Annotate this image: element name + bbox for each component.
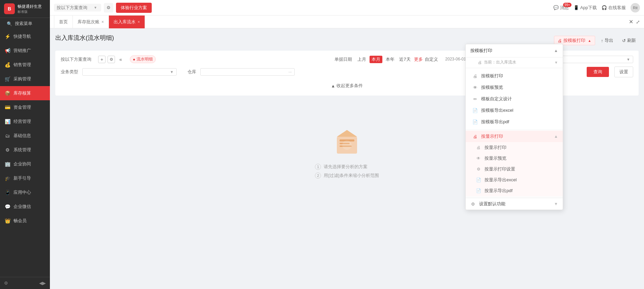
display-section-arrow: ▲	[554, 134, 558, 139]
export-button[interactable]: ↑ 导出	[598, 36, 616, 45]
sidebar-item-finance[interactable]: 💳 资金管理	[0, 100, 50, 114]
template-custom-icon: ✏	[472, 96, 478, 102]
empty-illustration	[330, 127, 364, 157]
nav-icon-marketing: 📢	[4, 47, 11, 54]
search-input-wrap[interactable]: ▼	[54, 4, 101, 11]
warehouse-select[interactable]: ···	[200, 68, 295, 76]
sidebar-item-purchase[interactable]: 🛒 采购管理	[0, 72, 50, 86]
gear-button[interactable]: ⚙	[104, 3, 113, 12]
divider-3	[466, 197, 563, 197]
warehouse-more-icon: ···	[289, 70, 292, 74]
sidebar-item-enterprise[interactable]: 🏢 企业协同	[0, 157, 50, 171]
topbar-right: 💬 消息 99+ 📱 App下载 🎧 在线客服 Rit	[553, 3, 640, 12]
display-export-pdf-item[interactable]: 📄 按显示导出pdf	[466, 185, 563, 196]
filter-tags: ● 流水明细	[130, 55, 156, 63]
chevron-up-icon: ▲	[331, 83, 335, 88]
template-print-item[interactable]: 🖨 按模板打印	[466, 70, 563, 82]
tabbar: 首页 库存批次账 × 出入库流水 × ✕ ⤢	[50, 16, 644, 28]
app-download-button[interactable]: 📱 App下载	[574, 5, 597, 11]
online-service-button[interactable]: 🎧 在线客服	[602, 5, 626, 11]
sidebar-item-marketing[interactable]: 📢 营销推广	[0, 44, 50, 58]
user-avatar[interactable]: Rit	[631, 3, 640, 12]
sidebar-item-operations[interactable]: 📊 经营管理	[0, 114, 50, 129]
logo-area: B 畅捷通好生意 标准版	[0, 0, 50, 18]
svg-point-5	[342, 140, 352, 150]
filter-tag-flow[interactable]: ● 流水明细	[130, 55, 156, 63]
sidebar-item-quick-nav[interactable]: ⚡ 快捷导航	[0, 29, 50, 44]
sidebar-collapse-btn[interactable]: ◀▶	[39, 281, 46, 286]
nav-icon-quick: ⚡	[4, 33, 11, 40]
date-opt-more[interactable]: 更多	[414, 56, 423, 62]
refresh-button[interactable]: ↺ 刷新	[619, 36, 639, 45]
print-chevron-up-icon: ▲	[588, 39, 591, 43]
dropdown-header: 按模板打印 ▲	[466, 44, 563, 57]
nav-icon-basic: 🗂	[4, 132, 11, 139]
headset-icon: 🎧	[602, 5, 607, 10]
refresh-icon: ↺	[622, 38, 626, 43]
nav-icon-sales: 💰	[4, 61, 11, 68]
tab-batch[interactable]: 库存批次账 ×	[73, 16, 109, 28]
sidebar-footer: ⚙ ◀▶	[0, 277, 50, 289]
divider-1	[466, 68, 563, 68]
biz-type-select[interactable]: ▼	[82, 68, 177, 76]
tab-flow-close[interactable]: ×	[138, 20, 140, 24]
nav-icon-wechat: 💬	[4, 203, 11, 210]
template-export-pdf-item[interactable]: 📄 按模板导出pdf	[466, 116, 563, 128]
sidebar-item-wechat[interactable]: 💬 企业微信	[0, 200, 50, 214]
display-preview-icon: 👁	[476, 156, 481, 161]
phone-icon: 📱	[574, 5, 579, 10]
filter-settings-btn[interactable]: 设置	[614, 67, 633, 77]
template-preview-item[interactable]: 👁 按模板预览	[466, 82, 563, 93]
filter-add-button[interactable]: +	[98, 56, 106, 63]
tabbar-close-button[interactable]: ✕	[629, 19, 633, 25]
filter-collapse-button[interactable]: «	[117, 56, 124, 63]
tab-batch-close[interactable]: ×	[101, 20, 104, 24]
sidebar-search-menu[interactable]: 🔍 搜索菜单	[0, 18, 50, 29]
nav-icon-operations: 📊	[4, 118, 11, 125]
message-button[interactable]: 💬 消息 99+	[553, 5, 569, 11]
template-export-excel-item[interactable]: 📄 按模板导出excel	[466, 105, 563, 116]
sidebar-item-member[interactable]: 👑 畅会员	[0, 214, 50, 228]
date-opt-this-month[interactable]: 本月	[370, 56, 382, 63]
search-button[interactable]: 查询	[587, 67, 609, 77]
tabbar-expand-button[interactable]: ⤢	[636, 19, 640, 25]
display-print-section-header[interactable]: 🖨 按显示打印 ▲	[466, 131, 563, 142]
topbar-search-input[interactable]	[57, 5, 94, 10]
template-custom-item[interactable]: ✏ 模板自定义设计	[466, 93, 563, 105]
sidebar-item-guide[interactable]: 🎓 新手引导	[0, 171, 50, 185]
tab-home[interactable]: 首页	[54, 16, 73, 28]
search-chevron-icon: ▼	[94, 6, 97, 9]
sidebar-item-apps[interactable]: 📱 应用中心	[0, 185, 50, 200]
industry-solution-button[interactable]: 体验行业方案	[116, 3, 152, 13]
tab-flow[interactable]: 出入库流水 ×	[109, 16, 145, 28]
nav-icon-inventory: 📦	[4, 90, 11, 97]
display-print-item[interactable]: 🖨 按显示打印	[466, 142, 563, 153]
date-opt-custom[interactable]: 自定义	[425, 56, 438, 62]
date-opt-this-year[interactable]: 本年	[384, 56, 396, 63]
sidebar-item-inventory[interactable]: 📦 库存核算	[0, 86, 50, 100]
biz-type-label: 业务类型	[61, 69, 78, 75]
current-label: 当前：出入库流水	[484, 59, 516, 65]
dropdown-collapse-icon[interactable]: ▲	[554, 48, 558, 53]
display-print-settings-item[interactable]: ⚙ 按显示打印设置	[466, 164, 563, 175]
display-export-excel-item[interactable]: 📄 按显示导出excel	[466, 175, 563, 185]
nav-icon-purchase: 🛒	[4, 76, 11, 82]
display-preview-item[interactable]: 👁 按显示预览	[466, 153, 563, 164]
dropdown-current-row: 🖨 当前：出入库流水 ▼	[466, 57, 563, 67]
template-pdf-icon: 📄	[472, 119, 478, 125]
sidebar-item-basic-info[interactable]: 🗂 基础信息	[0, 129, 50, 143]
date-opt-last-7days[interactable]: 近7天	[398, 56, 412, 63]
sidebar-item-sales[interactable]: 💰 销售管理	[0, 58, 50, 72]
date-opt-last-month[interactable]: 上月	[356, 56, 368, 63]
footer-arrow-icon: ▼	[554, 202, 558, 206]
printer-icon: 🖨	[558, 38, 562, 43]
sidebar-settings-btn[interactable]: ⚙	[4, 281, 8, 286]
logo-text: 畅捷通好生意 标准版	[18, 4, 42, 14]
sidebar-nav: ⚡ 快捷导航 📢 营销推广 💰 销售管理 🛒 采购管理 📦 库存核算 💳 资金管…	[0, 29, 50, 277]
filter-settings-button[interactable]: ⚙	[108, 56, 115, 63]
sidebar-item-system[interactable]: ⚙ 系统管理	[0, 143, 50, 157]
svg-marker-4	[337, 130, 357, 137]
set-default-button[interactable]: ⚙ 设置默认功能 ▼	[466, 198, 563, 210]
step-2: 2 用[过滤]条件来缩小分析范围	[315, 171, 379, 180]
display-settings-icon: ⚙	[476, 166, 481, 172]
